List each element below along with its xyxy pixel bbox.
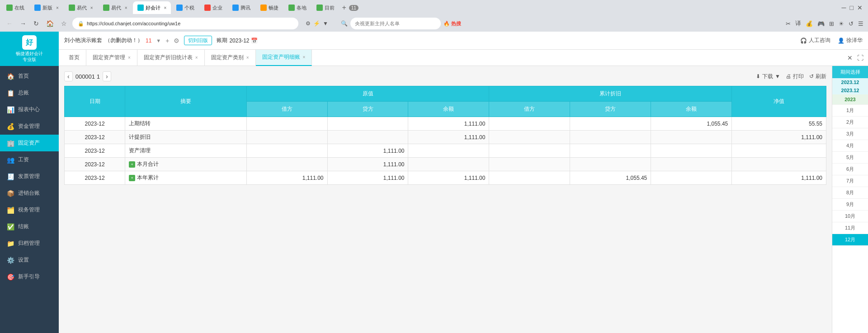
calendar-icon[interactable]: 📅 — [251, 38, 258, 44]
scissors-icon[interactable]: ✂ — [786, 20, 791, 27]
period-item-3[interactable]: 3月 — [832, 128, 868, 140]
sidebar-item-payroll[interactable]: 👥 工资 — [0, 151, 59, 168]
new-tab-button[interactable]: + — [340, 4, 348, 12]
restore-icon[interactable]: □ — [850, 4, 854, 11]
period-item-5[interactable]: 5月 — [832, 152, 868, 164]
brightness-icon[interactable]: ☀ — [839, 20, 844, 27]
extension-icon-1[interactable]: ⚙ — [306, 20, 311, 27]
sidebar-item-close[interactable]: ✅ 结账 — [0, 218, 59, 235]
browser-tab-tengxun[interactable]: 腾讯 — [228, 1, 255, 14]
row5-orig-debit: 1,111.00 — [246, 171, 327, 185]
tab-label-yidai1: 易代 — [77, 5, 87, 11]
row2-orig-debit — [246, 131, 327, 144]
tab-close-yidai2[interactable]: × — [125, 5, 127, 10]
game-icon[interactable]: 🎮 — [817, 20, 825, 27]
sidebar-item-invoice[interactable]: 🧾 发票管理 — [0, 168, 59, 185]
service-button[interactable]: 🎧 人工咨询 — [800, 37, 830, 44]
tab-close-asset-detail[interactable]: × — [303, 55, 306, 60]
period-item-1[interactable]: 1月 — [832, 105, 868, 117]
period-item-12[interactable]: 12月 — [832, 234, 868, 246]
prev-page-button[interactable]: ‹ — [64, 71, 73, 81]
history-icon[interactable]: ↺ — [849, 20, 854, 27]
translate-icon[interactable]: 译 — [795, 19, 801, 28]
refresh-button[interactable]: ↺ 刷新 — [809, 73, 826, 80]
add-account-button[interactable]: + — [165, 37, 169, 44]
tab-close-depreciation-stats[interactable]: × — [195, 55, 198, 60]
browser-tab-qiye[interactable]: 企业 — [200, 1, 227, 14]
browser-tab-geshui[interactable]: 个税 — [172, 1, 199, 14]
app-container: 好 畅捷通好会计 专业版 🏠 首页 📋 总账 📊 报表中心 💰 资金管 — [0, 32, 868, 333]
browser-tab-yidai1[interactable]: 易代 × — [64, 1, 98, 14]
wallet-icon[interactable]: 💰 — [806, 20, 813, 27]
period-info: 账期 2023-12 📅 — [217, 37, 258, 44]
period-item-2[interactable]: 2月 — [832, 117, 868, 128]
tab-asset-management[interactable]: 固定资产管理 × — [86, 50, 137, 66]
download-button[interactable]: ⬇ 下载 ▼ — [756, 73, 780, 80]
search-input[interactable] — [350, 18, 441, 29]
download-dropdown-icon: ▼ — [775, 73, 780, 80]
bookmark-button[interactable]: ☆ — [59, 19, 69, 28]
sidebar-item-home[interactable]: 🏠 首页 — [0, 68, 59, 84]
tab-close-haokuaiji[interactable]: × — [164, 5, 167, 10]
sidebar-item-stock[interactable]: 📦 进销台账 — [0, 185, 59, 202]
extension-icon-2[interactable]: ⚡ — [313, 20, 320, 27]
sidebar-item-archive[interactable]: 📁 归档管理 — [0, 235, 59, 252]
browser-tab-gedi[interactable]: 各地 — [284, 1, 311, 14]
tab-asset-detail[interactable]: 固定资产明细账 × — [256, 50, 312, 66]
browser-tab-haokuaiji[interactable]: 好会计 × — [133, 1, 171, 14]
back-button[interactable]: ← — [5, 19, 14, 28]
period-item-year[interactable]: 2023 — [832, 94, 868, 105]
user-info[interactable]: 👤 徐泽华 — [838, 37, 863, 44]
browser-tab-yidai2[interactable]: 易代 × — [99, 1, 132, 14]
browser-tab-new[interactable]: 新版 × — [30, 1, 63, 14]
tab-close-asset-management[interactable]: × — [128, 55, 131, 60]
account-dropdown-icon[interactable]: ▼ — [156, 38, 161, 43]
tab-expand-icon[interactable]: ⛶ — [856, 53, 864, 62]
grid-icon[interactable]: ⊞ — [829, 20, 834, 27]
sidebar-item-reports[interactable]: 📊 报表中心 — [0, 101, 59, 118]
forward-button[interactable]: → — [18, 19, 28, 28]
table-row: 2023-12 +本年累计 1,111.00 1,111.00 1,111.00… — [65, 171, 826, 185]
tab-close-new[interactable]: × — [56, 5, 59, 10]
period-item-8[interactable]: 8月 — [832, 187, 868, 199]
browser-tab-changjie[interactable]: 畅捷 — [256, 1, 283, 14]
sidebar-item-settings[interactable]: ⚙️ 设置 — [0, 252, 59, 268]
next-page-button[interactable]: › — [103, 71, 111, 81]
tab-close-yidai1[interactable]: × — [90, 5, 93, 10]
version-switch-button[interactable]: 切到旧版 — [184, 36, 212, 45]
tab-asset-category[interactable]: 固定资产类别 × — [205, 50, 256, 66]
sidebar-item-funds[interactable]: 💰 资金管理 — [0, 118, 59, 135]
tab-favicon-gedi — [288, 5, 295, 11]
period-item-4[interactable]: 4月 — [832, 140, 868, 152]
tab-close-current-icon[interactable]: ✕ — [846, 53, 854, 62]
browser-tab-online[interactable]: 在线 — [2, 1, 29, 14]
sidebar-item-guide[interactable]: 🎯 新手引导 — [0, 268, 59, 285]
close-icon[interactable]: ✕ — [857, 4, 863, 11]
sidebar-item-ledger[interactable]: 📋 总账 — [0, 84, 59, 101]
row5-dep-credit: 1,055.45 — [570, 171, 651, 185]
minimize-icon[interactable]: ─ — [842, 4, 846, 11]
menu-icon[interactable]: ☰ — [858, 20, 863, 27]
home-button[interactable]: 🏠 — [44, 19, 56, 28]
refresh-browser-button[interactable]: ↻ — [32, 19, 41, 28]
period-item-11[interactable]: 11月 — [832, 222, 868, 234]
browser-tab-muqian[interactable]: 目前 — [312, 1, 339, 14]
period-item-10[interactable]: 10月 — [832, 211, 868, 222]
top-bar: 刘小艳演示账套 （勿删勿动！） 11 ▼ + ⚙ 切到旧版 账期 2023-12… — [59, 32, 868, 50]
tab-depreciation-stats[interactable]: 固定资产折旧统计表 × — [137, 50, 205, 66]
period-item-6[interactable]: 6月 — [832, 164, 868, 175]
print-button[interactable]: 🖨 打印 — [786, 73, 804, 80]
sidebar-item-tax[interactable]: 🗂️ 税务管理 — [0, 202, 59, 218]
dropdown-icon[interactable]: ▼ — [323, 20, 328, 27]
row4-orig-debit — [246, 158, 327, 171]
address-input[interactable]: 🔒 https://cloud.chanjet.com/accounting/u… — [72, 18, 298, 29]
tab-close-asset-category[interactable]: × — [246, 55, 249, 60]
period-item-7[interactable]: 7月 — [832, 175, 868, 187]
account-settings-icon[interactable]: ⚙ — [174, 37, 179, 44]
tab-label-qiye: 企业 — [212, 5, 222, 11]
user-name-label: 徐泽华 — [846, 37, 863, 44]
tab-home[interactable]: 首页 — [62, 50, 86, 66]
period-item-9[interactable]: 9月 — [832, 199, 868, 211]
row5-date: 2023-12 — [65, 171, 125, 185]
sidebar-item-assets[interactable]: 🏢 固定资产 — [0, 135, 59, 151]
